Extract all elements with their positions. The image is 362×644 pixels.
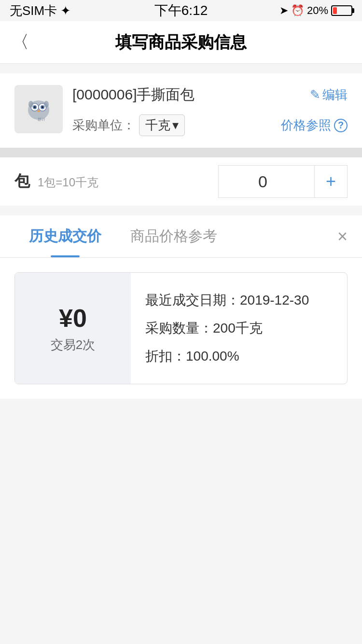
quantity-input[interactable] [218, 165, 315, 198]
unit-row: 采购单位： 千克 ▾ 价格参照 ? [72, 114, 348, 136]
qty-input-group: + [218, 165, 348, 198]
recent-date-value: 2019-12-30 [240, 293, 309, 308]
edit-label: 编辑 [322, 86, 348, 103]
page-title: 填写商品采购信息 [115, 31, 247, 54]
qty-label: 采购数量： [145, 321, 213, 336]
status-right: ➤ ⏰ 20% [279, 4, 352, 17]
product-section: 群计 [0000006]手撕面包 ✎ 编辑 采购单位： 千克 ▾ [0, 73, 362, 148]
product-header: 群计 [0000006]手撕面包 ✎ 编辑 采购单位： 千克 ▾ [14, 85, 348, 136]
qty-conversion: 1包=10千克 [38, 175, 98, 190]
product-name: [0000006]手撕面包 [72, 85, 195, 105]
time-text: 下午6:12 [154, 1, 208, 20]
product-image: 群计 [14, 85, 63, 133]
svg-point-8 [28, 101, 33, 108]
product-thumbnail: 群计 [22, 92, 56, 126]
purchase-qty-row: 采购数量：200千克 [145, 318, 333, 338]
svg-point-9 [44, 101, 49, 108]
svg-text:群计: 群计 [38, 117, 45, 122]
price-ref-label: 价格参照 [281, 117, 331, 134]
discount-value: 100.00% [186, 349, 239, 364]
qty-value: 200千克 [213, 321, 263, 336]
qty-unit: 包 [14, 171, 30, 192]
edit-button[interactable]: ✎ 编辑 [310, 86, 348, 103]
location-icon: ➤ [279, 4, 288, 17]
tab-header: 历史成交价 商品价格参考 × [0, 215, 362, 258]
product-info: [0000006]手撕面包 ✎ 编辑 采购单位： 千克 ▾ 价格参照 ? [72, 85, 348, 136]
nav-bar: 〈 填写商品采购信息 [0, 21, 362, 64]
tab-panel: 历史成交价 商品价格参考 × ¥0 交易2次 最近成交日期：2019-12-30… [0, 215, 362, 399]
carrier-text: 无SIM卡 ✦ [10, 2, 71, 19]
product-name-row: [0000006]手撕面包 ✎ 编辑 [72, 85, 348, 105]
svg-point-5 [34, 106, 36, 108]
help-icon: ? [334, 119, 348, 132]
unit-select[interactable]: 千克 ▾ [139, 114, 185, 136]
recent-date-row: 最近成交日期：2019-12-30 [145, 290, 333, 310]
divider-bar [0, 148, 362, 157]
dropdown-icon: ▾ [172, 118, 179, 133]
owl-logo: 群计 [24, 95, 53, 124]
quantity-plus-button[interactable]: + [315, 165, 348, 198]
battery-percent: 20% [307, 4, 328, 17]
unit-value: 千克 [145, 117, 170, 134]
trade-count: 交易2次 [51, 336, 95, 353]
card-container: ¥0 交易2次 最近成交日期：2019-12-30 采购数量：200千克 折扣：… [0, 258, 362, 399]
battery-fill [333, 7, 337, 14]
edit-icon: ✎ [310, 87, 320, 102]
price-card: ¥0 交易2次 最近成交日期：2019-12-30 采购数量：200千克 折扣：… [14, 272, 348, 384]
quantity-label-group: 包 1包=10千克 [14, 171, 98, 192]
tab-history-price[interactable]: 历史成交价 [14, 215, 116, 257]
svg-point-6 [42, 106, 43, 108]
quantity-section: 包 1包=10千克 + [0, 157, 362, 206]
tab-product-price[interactable]: 商品价格参考 [116, 215, 232, 257]
close-button[interactable]: × [337, 226, 348, 247]
alarm-icon: ⏰ [291, 4, 304, 17]
recent-date-label: 最近成交日期： [145, 293, 240, 308]
price-value: ¥0 [59, 304, 87, 333]
card-right: 最近成交日期：2019-12-30 采购数量：200千克 折扣：100.00% [131, 273, 347, 384]
unit-label: 采购单位： [72, 117, 135, 134]
card-left: ¥0 交易2次 [15, 273, 131, 384]
status-bar: 无SIM卡 ✦ 下午6:12 ➤ ⏰ 20% [0, 0, 362, 21]
discount-label: 折扣： [145, 349, 186, 364]
tab-history-label: 历史成交价 [29, 226, 101, 246]
back-button[interactable]: 〈 [12, 30, 29, 54]
price-ref-button[interactable]: 价格参照 ? [281, 117, 348, 134]
tab-product-label: 商品价格参考 [130, 226, 217, 246]
discount-row: 折扣：100.00% [145, 346, 333, 366]
battery-icon [331, 5, 352, 16]
